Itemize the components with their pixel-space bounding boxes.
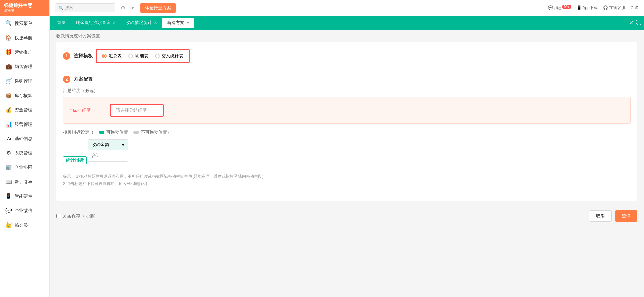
tag-non-draggable: 不可拖动位置） [133,129,171,135]
radio-cross[interactable]: 交叉统计表 [155,53,183,59]
sidebar-item-search-menu[interactable]: 🔍 搜索菜单 [0,16,49,31]
radio-detail[interactable]: 明细表 [128,53,148,59]
sidebar-item-corp-wechat[interactable]: 💬 企业微信 [0,203,49,218]
gear-icon: ⚙ [5,150,12,156]
sidebar-item-label: 采购管理 [15,78,32,84]
draggable-indicator [99,131,104,134]
logo-sub: 标准版 [4,9,32,13]
sidebar-item-member[interactable]: 👑 畅会员 [0,218,49,232]
sidebar-item-label: 畅会员 [15,222,28,228]
step2-badge: 2 [63,76,70,83]
dimension-select[interactable]: 请选择分组维度 [110,104,164,117]
chart-icon: 📊 [5,121,12,128]
service-link[interactable]: 🎧 在线客服 [603,5,625,11]
radio-detail-label: 明细表 [135,53,148,59]
tabbar: 首页 现金银行流水查询 ✕ 收款情况统计 ✕ 新建方案 ✕ ✕ ⛶ [50,16,644,30]
tab-bank-flow[interactable]: 现金银行流水查询 ✕ [71,18,120,28]
money-icon: 💰 [5,107,12,113]
sales-icon: 💼 [5,63,12,70]
metrics-dropdown-icon[interactable]: ▾ [122,142,124,147]
tabbar-controls: ✕ ⛶ [629,20,641,26]
vertical-dim-label: * 纵向维度 [70,107,91,113]
search-placeholder: 搜索 [65,5,73,11]
radio-circle-cross [155,54,160,58]
message-badge: 99+ [562,5,571,9]
settings-icon[interactable]: ⚙ [121,5,125,11]
radio-circle-summary [102,54,107,58]
search-box[interactable]: 🔍 搜索 [55,3,115,12]
tab-close-new-plan[interactable]: ✕ [186,21,190,25]
trial-button[interactable]: 体验行业方案 [140,3,176,13]
sidebar-item-label: 营销推广 [15,49,32,55]
sidebar-item-operations[interactable]: 📊 经营管理 [0,117,49,132]
divider1 [63,70,631,70]
save-label: 方案保存（可选） [63,213,98,219]
step1-badge: 1 [63,52,70,60]
tip-line2: 2.点击标题栏下拉可设置排序、插入列和删除列 [63,180,631,188]
sidebar: 畅捷通好生意 标准版 🔍 搜索菜单 🏠 快捷导航 🎁 营销推广 💼 销售管理 🛒… [0,0,50,297]
sidebar-item-sales[interactable]: 💼 销售管理 [0,59,49,74]
sidebar-item-label: 智能硬件 [15,193,32,199]
dimension-section-label: 汇总维度（必选） [63,88,631,94]
topbar-right: 💬 消息 99+ 📱 App下载 🎧 在线客服 CaR [548,5,639,11]
non-draggable-indicator [133,131,139,134]
crown-icon: 👑 [5,222,12,228]
sidebar-item-label: 快捷导航 [15,35,32,41]
box-icon: 📦 [5,92,12,99]
query-button[interactable]: 查询 [615,210,637,222]
tab-close-receipt-stats[interactable]: ✕ [154,21,157,25]
tip-line1: 提示： 1.拖动标题栏可以调整布局，不可跨维度或指标区域拖动栏目字段(只能在同一… [63,173,631,180]
step2-header: 2 方案配置 [63,76,631,83]
tab-new-plan-label: 新建方案 [167,20,184,26]
message-link[interactable]: 💬 消息 99+ [548,5,571,11]
tab-close-bank-flow[interactable]: ✕ [113,21,116,25]
sidebar-item-marketing[interactable]: 🎁 营销推广 [0,45,49,59]
main-card: 1 选择模板 汇总表 明细表 交叉统计表 [56,42,637,201]
step2-title: 方案配置 [74,76,93,82]
sidebar-item-funds[interactable]: 💰 资金管理 [0,103,49,117]
sidebar-item-smart-hw[interactable]: 📱 智能硬件 [0,189,49,203]
sidebar-item-corp-collab[interactable]: 🏢 企业协同 [0,160,49,175]
save-checkbox[interactable] [56,214,61,218]
download-link[interactable]: 📱 App下载 [577,5,598,11]
sidebar-item-purchase[interactable]: 🛒 采购管理 [0,74,49,88]
step1-title: 选择模板 [74,53,93,59]
cancel-button[interactable]: 取消 [589,210,612,222]
radio-cross-label: 交叉统计表 [162,53,183,59]
sidebar-item-label: 企业协同 [15,164,32,170]
gift-icon: 🎁 [5,49,12,55]
tab-receipt-stats[interactable]: 收款情况统计 ✕ [121,18,162,28]
user-name[interactable]: CaR [631,6,639,10]
step1-header: 1 选择模板 汇总表 明细表 交叉统计表 [63,49,631,63]
tab-home[interactable]: 首页 [52,18,70,28]
draggable-label: 可拖动位置 [106,129,128,135]
close-window-icon[interactable]: ✕ [629,20,633,26]
search-menu-icon: 🔍 [5,20,12,27]
sidebar-item-label: 经营管理 [15,121,32,128]
sidebar-item-guide[interactable]: 📖 新手引导 [0,175,49,189]
sidebar-item-label: 新手引导 [15,179,32,185]
sidebar-item-inventory[interactable]: 📦 库存核算 [0,88,49,103]
metrics-col-label: 收款金额 [92,142,109,148]
template-selection: 汇总表 明细表 交叉统计表 [96,49,190,63]
radio-summary[interactable]: 汇总表 [102,53,122,59]
radio-circle-detail [128,54,133,58]
sidebar-item-label: 系统管理 [15,150,32,156]
dropdown-icon[interactable]: ▼ [131,6,135,10]
tag-draggable: 可拖动位置 [99,129,128,135]
chat-icon: 💬 [5,207,12,214]
step1-section: 1 选择模板 汇总表 明细表 交叉统计表 [63,49,631,63]
arrow-icon: —— [96,108,105,113]
non-draggable-label: 不可拖动位置） [141,129,171,135]
tab-new-plan[interactable]: 新建方案 ✕ [162,18,194,28]
maximize-icon[interactable]: ⛶ [636,20,641,26]
sidebar-item-quick-nav[interactable]: 🏠 快捷导航 [0,31,49,45]
footer-save: 方案保存（可选） [56,213,98,219]
sidebar-item-base-info[interactable]: 🗂 基础信息 [0,132,49,146]
book-icon: 📖 [5,179,12,185]
metrics-group-label: 统计指标 [63,156,87,164]
step2-section: 2 方案配置 汇总维度（必选） * 纵向维度 —— 请选择分组维度 [63,76,631,187]
dimension-area: * 纵向维度 —— 请选择分组维度 [63,97,631,124]
sidebar-item-system[interactable]: ⚙ 系统管理 [0,146,49,160]
search-icon: 🔍 [59,6,64,10]
